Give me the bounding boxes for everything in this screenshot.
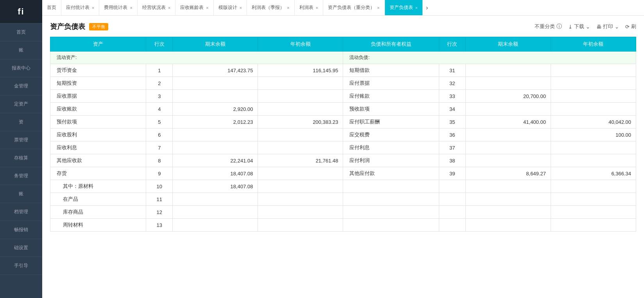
row-number: 12: [146, 206, 173, 219]
row-number2: 37: [439, 141, 465, 154]
unbalanced-badge: 不平衡: [89, 23, 108, 30]
sidebar-item-tax-mgmt[interactable]: 务管理: [0, 167, 42, 185]
balance-sheet-table: 资产 行次 期末余额 年初余额 负债和所有者权益 行次 期末余额 年初余额 流动…: [50, 37, 636, 232]
chevron-down-icon-print: ⌄: [615, 24, 619, 30]
refresh-action[interactable]: ⟳ 刷: [625, 23, 636, 30]
end-balance2: [465, 103, 551, 116]
liability-name: 应付账款: [343, 90, 439, 103]
liability-name: 应付票据: [343, 77, 439, 90]
tab-scroll-right[interactable]: ›: [423, 4, 431, 11]
begin-balance2: 100.00: [551, 128, 636, 141]
begin-balance: 21,761.48: [258, 154, 343, 167]
close-tab-1[interactable]: ×: [92, 5, 94, 10]
begin-balance2: [551, 77, 636, 90]
sidebar-item-settings[interactable]: 础设置: [0, 239, 42, 257]
table-row: 在产品 11: [50, 193, 636, 206]
sidebar-item-account[interactable]: 账: [0, 41, 42, 59]
close-tab-8[interactable]: ×: [377, 5, 379, 10]
chevron-down-icon: ⌄: [586, 24, 590, 30]
row-number: 13: [146, 219, 173, 232]
close-tab-3[interactable]: ×: [168, 5, 170, 10]
sidebar-item-expense[interactable]: 畅报销: [0, 221, 42, 239]
sidebar-item-report-center[interactable]: 报表中心: [0, 59, 42, 77]
begin-balance2: [551, 90, 636, 103]
end-balance2: 41,400.00: [465, 116, 551, 128]
sidebar-item-archive[interactable]: 档管理: [0, 203, 42, 221]
liability-name: 短期借款: [343, 64, 439, 77]
close-tab-9[interactable]: ×: [415, 5, 418, 10]
row-number: 10: [146, 180, 173, 193]
begin-balance: [258, 128, 343, 141]
close-tab-6[interactable]: ×: [287, 5, 289, 10]
tab-template-design[interactable]: 模版设计 ×: [214, 0, 247, 16]
col-end-balance: 期末余额: [173, 37, 258, 52]
begin-balance: [258, 103, 343, 116]
end-balance: 2,920.00: [173, 103, 258, 116]
table-row: 应收票据 3 应付账款 33 20,700.00: [50, 90, 636, 103]
sidebar: fi 首页 账 报表中心 金管理 定资产 资 票管理 存核算 务管理 账 档管理…: [0, 0, 42, 298]
asset-name: 货币资金: [50, 64, 146, 77]
tab-balance-reclassified[interactable]: 资产负债表（重分类） ×: [323, 0, 385, 16]
sidebar-item-home[interactable]: 首页: [0, 23, 42, 41]
table-row: 短期投资 2 应付票据 32: [50, 77, 636, 90]
tab-balance-sheet[interactable]: 资产负债表 ×: [385, 0, 423, 16]
end-balance: 2,012.23: [173, 116, 258, 128]
end-balance2: [465, 141, 551, 154]
table-row: 应收账款 4 2,920.00 预收款项 34: [50, 103, 636, 116]
asset-name: 在产品: [50, 193, 146, 206]
tab-home[interactable]: 首页: [42, 0, 61, 16]
classify-action[interactable]: 不重分类 ⓘ: [535, 23, 562, 30]
download-icon: ⤓: [568, 24, 572, 30]
begin-balance: [258, 167, 343, 180]
row-number2: [439, 219, 465, 232]
row-number: 2: [146, 77, 173, 90]
print-action[interactable]: 🖶 打印 ⌄: [596, 23, 619, 30]
row-number2: [439, 193, 465, 206]
tab-operations[interactable]: 经营状况表 ×: [138, 0, 175, 16]
asset-name: 应收股利: [50, 128, 146, 141]
table-row: 其他应收款 8 22,241.04 21,761.48 应付利润 38: [50, 154, 636, 167]
tab-expense-stats[interactable]: 费用统计表 ×: [99, 0, 137, 16]
tab-ar-aging[interactable]: 应收账龄表 ×: [175, 0, 213, 16]
begin-balance2: 40,042.00: [551, 116, 636, 128]
end-balance2: [465, 154, 551, 167]
asset-name: 其中：原材料: [50, 180, 146, 193]
section-header-row: 流动资产: 流动负债:: [50, 52, 636, 64]
sidebar-item-inventory[interactable]: 存核算: [0, 149, 42, 167]
section-liability-label: 流动负债:: [343, 52, 636, 64]
sidebar-item-guide[interactable]: 手引导: [0, 257, 42, 275]
page-title-group: 资产负债表 不平衡: [50, 22, 108, 31]
content-area: 资产负债表 不平衡 不重分类 ⓘ ⤓ 下载 ⌄ 🖶 打印: [42, 16, 644, 298]
tab-income[interactable]: 利润表 ×: [295, 0, 323, 16]
col-liability: 负债和所有者权益: [343, 37, 439, 52]
asset-name: 应收账款: [50, 103, 146, 116]
begin-balance2: [551, 103, 636, 116]
table-row: 其中：原材料 10 18,407.08: [50, 180, 636, 193]
end-balance: [173, 219, 258, 232]
table-row: 库存商品 12: [50, 206, 636, 219]
begin-balance: 200,383.23: [258, 116, 343, 128]
table-row: 预付款项 5 2,012.23 200,383.23 应付职工薪酬 35 41,…: [50, 116, 636, 128]
main-area: 首页 应付统计表 × 费用统计表 × 经营状况表 × 应收账龄表 × 模版设计 …: [42, 0, 644, 298]
end-balance2: 20,700.00: [465, 90, 551, 103]
end-balance2: [465, 77, 551, 90]
begin-balance: [258, 219, 343, 232]
begin-balance2: [551, 64, 636, 77]
close-tab-4[interactable]: ×: [206, 5, 208, 10]
tab-bar: 首页 应付统计表 × 费用统计表 × 经营状况表 × 应收账龄表 × 模版设计 …: [42, 0, 644, 16]
sidebar-item-bill-mgmt[interactable]: 票管理: [0, 131, 42, 149]
begin-balance2: [551, 180, 636, 193]
liability-name: 应交税费: [343, 128, 439, 141]
sidebar-item-ledger[interactable]: 账: [0, 185, 42, 203]
sidebar-item-fund-mgmt[interactable]: 金管理: [0, 77, 42, 95]
tab-accounts-payable[interactable]: 应付统计表 ×: [61, 0, 99, 16]
sidebar-item-investment[interactable]: 资: [0, 113, 42, 131]
download-action[interactable]: ⤓ 下载 ⌄: [568, 23, 590, 30]
sidebar-item-fixed-assets[interactable]: 定资产: [0, 95, 42, 113]
tab-income-quarterly[interactable]: 利润表（季报） ×: [247, 0, 294, 16]
row-number2: 39: [439, 167, 465, 180]
close-tab-7[interactable]: ×: [316, 5, 318, 10]
end-balance2: [465, 219, 551, 232]
close-tab-5[interactable]: ×: [240, 5, 242, 10]
close-tab-2[interactable]: ×: [130, 5, 132, 10]
